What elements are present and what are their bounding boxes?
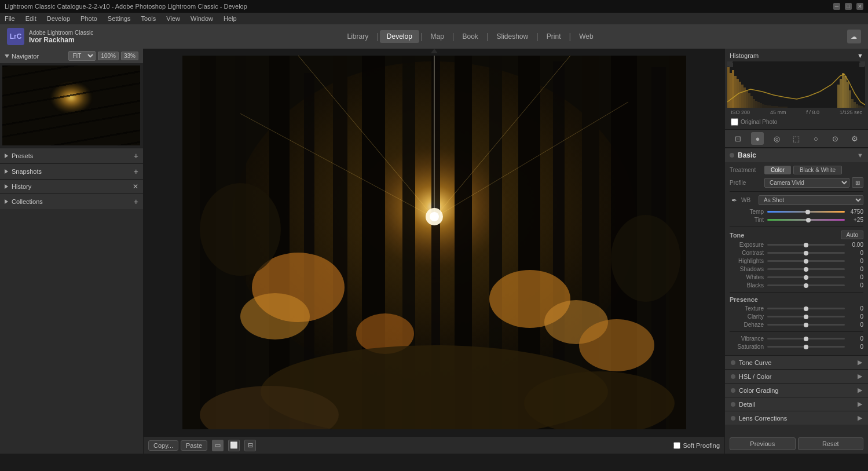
basic-section-header[interactable]: Basic ▼ — [725, 148, 868, 162]
collections-add-button[interactable]: + — [134, 197, 138, 206]
survey-view-button[interactable]: ⊟ — [244, 440, 256, 451]
color-grading-section[interactable]: Color Grading ▶ — [725, 383, 868, 397]
basic-collapse-arrow[interactable]: ▼ — [857, 152, 863, 159]
nav-library[interactable]: Library — [340, 30, 376, 43]
clarity-slider-thumb[interactable] — [804, 315, 808, 319]
temp-slider-track[interactable] — [767, 211, 845, 213]
soft-proofing-checkbox[interactable] — [673, 442, 680, 449]
auto-tone-button[interactable]: Auto — [841, 231, 863, 239]
navigator-header[interactable]: Navigator FIT FILL 100% 33% — [0, 49, 143, 63]
nav-web[interactable]: Web — [572, 30, 600, 43]
nav-print[interactable]: Print — [540, 30, 568, 43]
history-clear-button[interactable]: ✕ — [133, 182, 138, 191]
contrast-slider-thumb[interactable] — [804, 251, 808, 255]
temp-slider-thumb[interactable] — [805, 210, 810, 214]
previous-button[interactable]: Previous — [730, 437, 796, 450]
paste-button[interactable]: Paste — [181, 440, 207, 451]
blacks-slider-track[interactable] — [767, 284, 845, 286]
blacks-slider-thumb[interactable] — [804, 283, 808, 288]
detail-section[interactable]: Detail ▶ — [725, 397, 868, 411]
whites-slider-track[interactable] — [767, 276, 845, 278]
collections-header[interactable]: Collections + — [0, 194, 143, 209]
filter-tool[interactable]: ○ — [810, 132, 822, 145]
window-controls[interactable]: ─ □ ✕ — [833, 3, 863, 10]
temp-slider-value: 4750 — [845, 209, 863, 215]
left-panel: Navigator FIT FILL 100% 33% Presets — [0, 49, 144, 454]
vibrance-slider-track[interactable] — [767, 338, 845, 339]
menu-photo[interactable]: Photo — [79, 15, 98, 22]
navigator-controls[interactable]: FIT FILL 100% 33% — [68, 51, 138, 61]
highlights-slider-thumb[interactable] — [804, 259, 808, 264]
menu-tools[interactable]: Tools — [140, 15, 158, 22]
tint-slider-thumb[interactable] — [806, 218, 811, 222]
reset-button[interactable]: Reset — [798, 437, 864, 450]
presets-header[interactable]: Presets + — [0, 148, 143, 163]
contrast-slider-track[interactable] — [767, 252, 845, 254]
title-bar: Lightroom Classic Catalogue-2-2-v10 - Ad… — [0, 0, 868, 13]
svg-rect-54 — [760, 103, 762, 108]
wb-eyedropper[interactable]: ✒ — [730, 196, 739, 205]
color-treatment-option[interactable]: Color — [764, 166, 791, 174]
menu-settings[interactable]: Settings — [107, 15, 132, 22]
histogram-clipping-left[interactable] — [728, 63, 733, 67]
nav-map[interactable]: Map — [424, 30, 451, 43]
saturation-slider-thumb[interactable] — [804, 345, 808, 349]
menu-edit[interactable]: Edit — [24, 15, 38, 22]
snapshots-header[interactable]: Snapshots + — [0, 164, 143, 179]
texture-slider-track[interactable] — [767, 308, 845, 309]
zoom-100-btn[interactable]: 100% — [98, 52, 119, 60]
nav-book[interactable]: Book — [456, 30, 485, 43]
nav-develop[interactable]: Develop — [380, 30, 419, 43]
color-grading-expand-arrow: ▶ — [858, 386, 862, 394]
crop-tool[interactable]: ⊡ — [732, 132, 745, 145]
histogram-header[interactable]: Histogram ▼ — [727, 51, 866, 61]
highlights-slider-track[interactable] — [767, 260, 845, 262]
texture-slider-thumb[interactable] — [804, 306, 808, 311]
healing-tool[interactable]: ● — [751, 132, 764, 145]
hsl-section[interactable]: HSL / Color ▶ — [725, 369, 868, 383]
dehaze-slider-thumb[interactable] — [804, 323, 808, 327]
exposure-slider-thumb[interactable] — [804, 243, 808, 247]
shadows-slider-thumb[interactable] — [804, 267, 808, 272]
exposure-slider-track[interactable] — [767, 244, 845, 246]
minimize-button[interactable]: ─ — [833, 3, 840, 10]
saturation-slider-track[interactable] — [767, 346, 845, 348]
settings-tool[interactable]: ⚙ — [848, 132, 861, 145]
menu-window[interactable]: Window — [189, 15, 214, 22]
close-button[interactable]: ✕ — [856, 3, 863, 10]
loupe-view-button[interactable]: ▭ — [212, 440, 224, 451]
compare-view-button[interactable]: ⬜ — [228, 440, 240, 451]
lens-corrections-section[interactable]: Lens Corrections ▶ — [725, 411, 868, 425]
redeye-tool[interactable]: ◎ — [771, 132, 783, 145]
fit-select[interactable]: FIT FILL — [68, 51, 96, 61]
bw-treatment-option[interactable]: Black & White — [793, 166, 842, 174]
shadows-slider-track[interactable] — [767, 268, 845, 270]
copy-button[interactable]: Copy... — [148, 440, 178, 451]
masking-tool[interactable]: ⬚ — [790, 132, 803, 145]
tint-slider-track[interactable] — [767, 219, 845, 221]
snapshots-add-button[interactable]: + — [134, 167, 138, 176]
profile-select[interactable]: Camera Vivid Camera Standard Adobe Color — [764, 178, 849, 188]
original-photo-checkbox[interactable] — [731, 118, 738, 126]
menu-develop[interactable]: Develop — [46, 15, 71, 22]
cloud-sync-button[interactable]: ☁ — [847, 30, 861, 43]
vibrance-slider-thumb[interactable] — [804, 337, 808, 341]
adjustment-tool[interactable]: ⊙ — [829, 132, 842, 145]
dehaze-slider-track[interactable] — [767, 324, 845, 326]
divider-3 — [730, 292, 863, 293]
maximize-button[interactable]: □ — [845, 3, 852, 10]
zoom-33-btn[interactable]: 33% — [121, 52, 138, 60]
menu-file[interactable]: File — [3, 15, 16, 22]
presets-add-button[interactable]: + — [134, 151, 138, 160]
tone-curve-section[interactable]: Tone Curve ▶ — [725, 355, 868, 369]
whites-slider-thumb[interactable] — [804, 275, 808, 280]
history-header[interactable]: History ✕ — [0, 180, 143, 193]
menu-view[interactable]: View — [165, 15, 181, 22]
clarity-slider-track[interactable] — [767, 316, 845, 317]
histogram-clipping-right[interactable] — [859, 63, 864, 67]
wb-select[interactable]: As Shot Auto Daylight Cloudy Custom — [759, 195, 863, 205]
menu-help[interactable]: Help — [222, 15, 238, 22]
profile-grid-button[interactable]: ⊞ — [852, 177, 863, 188]
nav-slideshow[interactable]: Slideshow — [490, 30, 536, 43]
history-label: History — [12, 183, 31, 190]
